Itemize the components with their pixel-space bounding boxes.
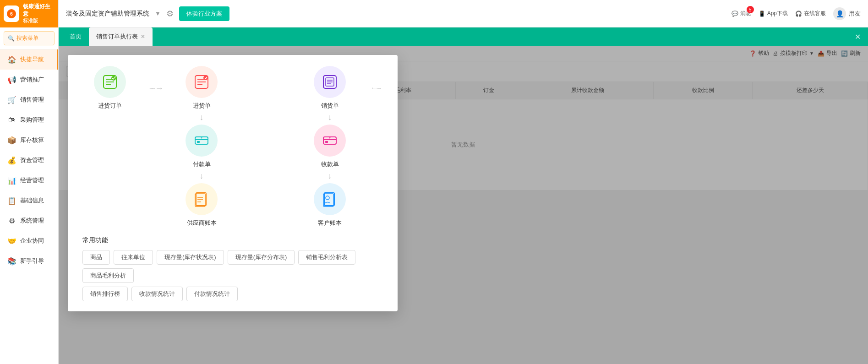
svg-rect-23 — [197, 141, 200, 143]
svg-text:¥: ¥ — [328, 136, 331, 140]
node-purchase-bill-label: 进货单 — [193, 102, 211, 110]
svg-point-11 — [203, 76, 208, 80]
search-menu-button[interactable]: 🔍 搜索菜单 — [4, 31, 55, 45]
sidebar-item-enterprise[interactable]: 🤝 企业协同 — [0, 231, 58, 251]
flow-node-supplier-ledger[interactable]: 供应商账本 — [186, 183, 218, 227]
sidebar-item-operation[interactable]: 📊 经营管理 — [0, 170, 58, 190]
sidebar-item-system[interactable]: ⚙ 系统管理 — [0, 211, 58, 231]
svg-text:¥: ¥ — [200, 136, 203, 140]
svg-rect-34 — [324, 193, 334, 206]
common-funcs-title: 常用功能 — [82, 236, 383, 244]
tab-bar: 首页 销售订单执行表 ✕ ✕ — [59, 27, 868, 46]
flow-node-receipt[interactable]: ¥ 收款单 — [314, 125, 346, 168]
content-area: ❓ 帮助 🖨 按模板打印 ▼ 📤 导出 🔄 刷新 — [59, 46, 868, 364]
func-btn-sales-rank[interactable]: 销售排行榜 — [82, 287, 128, 301]
node-payment-label: 付款单 — [193, 160, 211, 168]
flow-node-customer-ledger[interactable]: 客户账本 — [314, 183, 346, 227]
sidebar-item-finance[interactable]: 💰 资金管理 — [0, 150, 58, 170]
arrow-down-receipt: ↓ — [328, 171, 332, 181]
func-btn-goods[interactable]: 商品 — [82, 250, 110, 265]
logo-icon: 6 — [4, 5, 19, 22]
func-btn-sales-gross[interactable]: 销售毛利分析表 — [298, 250, 355, 265]
tab-bar-close-icon[interactable]: ✕ — [851, 33, 864, 41]
tab-home[interactable]: 首页 — [62, 27, 89, 46]
func-btn-partners[interactable]: 往来单位 — [114, 250, 153, 265]
sidebar-search[interactable]: 🔍 搜索菜单 — [0, 27, 58, 49]
quick-nav-icon: 🏠 — [7, 55, 16, 64]
func-btn-inventory-dist[interactable]: 现存量(库存分布表) — [228, 250, 295, 265]
sidebar-item-inventory[interactable]: 📦 库存核算 — [0, 130, 58, 150]
message-action[interactable]: 💬 消息 5 — [732, 10, 751, 17]
quick-nav-modal: 进货订单 ·····→ 进货单 — [68, 55, 398, 311]
sidebar-item-quick-nav[interactable]: 🏠 快捷导航 — [0, 49, 58, 70]
func-btn-goods-gross[interactable]: 商品毛利分析 — [82, 268, 134, 283]
message-badge: 5 — [747, 6, 754, 13]
node-receipt-label: 收款单 — [321, 160, 339, 168]
modal-inner: 进货订单 ·····→ 进货单 — [68, 55, 398, 311]
system-title: 装备及固定资产辅助管理系统 — [66, 10, 149, 18]
arrow-sales-order-to-bill: ←····· — [371, 84, 380, 92]
online-service-action[interactable]: 🎧 在线客服 — [795, 10, 826, 17]
finance-icon: 💰 — [7, 156, 16, 165]
flow-node-purchase-bill[interactable]: 进货单 — [186, 66, 218, 110]
arrow-purchase-to-bill: ·····→ — [149, 83, 163, 93]
svg-text:6: 6 — [10, 11, 13, 16]
sales-icon: 🛒 — [7, 95, 16, 104]
marketing-icon: 📢 — [7, 75, 16, 84]
sidebar-item-basic-info[interactable]: 📋 基础信息 — [0, 190, 58, 211]
tab-sales-order[interactable]: 销售订单执行表 ✕ — [89, 27, 153, 46]
topbar-settings-icon[interactable]: ⚙ — [166, 9, 174, 19]
system-icon: ⚙ — [7, 216, 16, 225]
func-buttons-row2: 销售排行榜 收款情况统计 付款情况统计 — [82, 287, 383, 301]
svg-point-36 — [326, 196, 329, 200]
user-profile[interactable]: 👤 用友 — [833, 7, 861, 20]
topbar-actions: 💬 消息 5 📱 App下载 🎧 在线客服 👤 用友 — [732, 7, 861, 20]
flow-node-purchase-order[interactable]: 进货订单 — [94, 66, 126, 110]
node-purchase-order-label: 进货订单 — [98, 102, 122, 110]
modal-overlay[interactable]: 进货订单 ·····→ 进货单 — [59, 46, 868, 364]
arrow-down-purchase: ↓ — [200, 113, 204, 122]
app-download-icon: 📱 — [759, 11, 765, 17]
arrow-down-payment: ↓ — [200, 171, 204, 181]
func-btn-inventory-status[interactable]: 现存量(库存状况表) — [157, 250, 224, 265]
arrow-down-sales: ↓ — [328, 113, 332, 122]
func-btn-receipt-stats[interactable]: 收款情况统计 — [131, 287, 183, 301]
topbar-dropdown-icon[interactable]: ▼ — [155, 10, 161, 17]
sidebar-item-guide[interactable]: 📚 新手引导 — [0, 251, 58, 271]
svg-rect-35 — [323, 194, 333, 206]
func-buttons-row1: 商品 往来单位 现存量(库存状况表) 现存量(库存分布表) 销售毛利分析表 商品… — [82, 250, 383, 283]
svg-rect-30 — [195, 194, 205, 206]
sidebar-item-sales[interactable]: 🛒 销售管理 — [0, 90, 58, 110]
user-avatar: 👤 — [833, 7, 846, 20]
sidebar-item-marketing[interactable]: 📢 营销推广 — [0, 70, 58, 90]
guide-icon: 📚 — [7, 256, 16, 266]
func-btn-payment-stats[interactable]: 付款情况统计 — [186, 287, 238, 301]
sidebar-item-purchase[interactable]: 🛍 采购管理 — [0, 110, 58, 130]
node-supplier-ledger-label: 供应商账本 — [187, 219, 217, 227]
trial-button[interactable]: 体验行业方案 — [179, 6, 229, 21]
node-customer-ledger-label: 客户账本 — [318, 219, 342, 227]
svg-rect-27 — [325, 141, 328, 143]
flow-node-payment[interactable]: ¥ 付款单 — [186, 125, 218, 168]
purchase-icon: 🛍 — [7, 115, 16, 125]
sidebar-nav: 🏠 快捷导航 📢 营销推广 🛒 销售管理 🛍 采购管理 📦 库存核算 💰 — [0, 49, 58, 364]
node-sales-bill-label: 销货单 — [321, 102, 339, 110]
inventory-icon: 📦 — [7, 136, 16, 145]
online-service-icon: 🎧 — [795, 11, 802, 17]
app-download-action[interactable]: 📱 App下载 — [759, 10, 788, 17]
tab-close-icon[interactable]: ✕ — [141, 33, 145, 40]
logo-text: 畅康通好生意 标准版 — [23, 3, 55, 24]
search-icon: 🔍 — [8, 35, 15, 42]
basic-info-icon: 📋 — [7, 196, 16, 205]
operation-icon: 📊 — [7, 176, 16, 185]
topbar: 装备及固定资产辅助管理系统 ▼ ⚙ 体验行业方案 💬 消息 5 📱 App下载 … — [59, 0, 868, 27]
user-label: 用友 — [849, 10, 861, 18]
sidebar-logo: 6 畅康通好生意 标准版 — [0, 0, 58, 27]
common-funcs: 常用功能 商品 往来单位 现存量(库存状况表) 现存量(库存分布表) 销售毛利分… — [82, 236, 383, 301]
message-icon: 💬 — [732, 11, 738, 17]
svg-rect-29 — [196, 193, 206, 206]
enterprise-icon: 🤝 — [7, 236, 16, 245]
sidebar: 6 畅康通好生意 标准版 🔍 搜索菜单 🏠 快捷导航 📢 营销推广 � — [0, 0, 59, 364]
flow-node-sales-bill[interactable]: 销货单 — [314, 66, 346, 110]
main-content: 装备及固定资产辅助管理系统 ▼ ⚙ 体验行业方案 💬 消息 5 📱 App下载 … — [59, 0, 868, 364]
